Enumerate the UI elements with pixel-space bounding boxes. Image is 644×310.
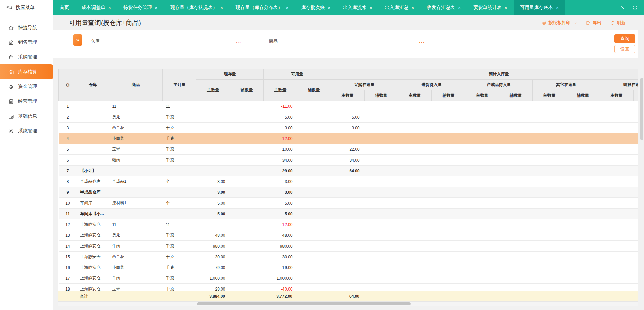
tab-2[interactable]: 成本调整单× bbox=[75, 0, 117, 15]
header-stock-main[interactable]: 主数量 bbox=[196, 80, 230, 101]
cell-other_aux bbox=[566, 262, 600, 273]
tab-9[interactable]: 收发存汇总表× bbox=[420, 0, 467, 15]
tab-8[interactable]: 出入库汇总× bbox=[379, 0, 421, 15]
tab-1[interactable]: 首页 bbox=[53, 0, 75, 15]
cell-seq: 5 bbox=[59, 144, 77, 155]
fullscreen-icon[interactable] bbox=[633, 5, 637, 10]
header-incoming-main[interactable]: 主数量 bbox=[398, 90, 432, 101]
table-row[interactable]: 2奥龙千克5.005.00 bbox=[59, 112, 638, 123]
table-row[interactable]: 17上海静安仓羊肉千克1,000.001,000.00 bbox=[59, 273, 638, 284]
sidebar-item-系统管理[interactable]: 系统管理 bbox=[0, 124, 53, 138]
table-row[interactable]: 15上海静安仓西兰花千克30.0030.00 bbox=[59, 252, 638, 262]
warehouse-picker-ellipsis[interactable]: ... bbox=[236, 39, 243, 44]
tab-11[interactable]: 可用量库存账本× bbox=[514, 0, 565, 15]
tab-close-icon[interactable]: × bbox=[108, 6, 111, 10]
settings-button[interactable]: 设置 bbox=[614, 45, 635, 53]
sidebar-item-经营管理[interactable]: 经营管理 bbox=[0, 94, 53, 109]
table-row[interactable]: 16上海静安仓小白菜千克79.0019.00 bbox=[59, 262, 638, 273]
vertical-scrollbar[interactable] bbox=[639, 69, 644, 306]
cell-po_main[interactable]: 22.00 bbox=[331, 144, 365, 155]
cell-avail_aux bbox=[297, 198, 331, 209]
sidebar-item-采购管理[interactable]: 采购管理 bbox=[0, 50, 53, 64]
table-row[interactable]: 3西兰花千克3.003.00 bbox=[59, 123, 638, 133]
product-picker-ellipsis[interactable]: ... bbox=[419, 39, 426, 44]
cell-seq: 6 bbox=[59, 155, 77, 166]
tab-6[interactable]: 库存批次账× bbox=[295, 0, 337, 15]
tab-label: 出入库汇总 bbox=[385, 5, 409, 11]
cell-po_main[interactable]: 5.00 bbox=[331, 112, 365, 123]
table-row[interactable]: 9半成品仓库...3.003.00 bbox=[59, 187, 638, 198]
tab-3[interactable]: 拣货任务管理× bbox=[117, 0, 164, 15]
tab-close-icon[interactable]: × bbox=[458, 6, 461, 10]
header-po-aux[interactable]: 辅数量 bbox=[365, 90, 398, 101]
cell-warehouse: 上海静安仓 bbox=[77, 241, 109, 252]
product-input[interactable]: ... bbox=[282, 37, 426, 46]
header-transfer-main[interactable]: 主数量 bbox=[600, 90, 634, 101]
cell-fin_main bbox=[465, 187, 499, 198]
header-avail-aux[interactable]: 辅数量 bbox=[297, 80, 331, 101]
table-row[interactable]: 4小白菜千克-12.00 bbox=[59, 133, 638, 144]
table-row[interactable]: 11111-11.00 bbox=[59, 101, 638, 112]
horizontal-scrollbar-thumb[interactable] bbox=[197, 302, 411, 305]
tab-close-icon[interactable]: × bbox=[286, 6, 289, 10]
warehouse-input[interactable]: ... bbox=[104, 37, 243, 46]
vertical-scrollbar-thumb[interactable] bbox=[640, 78, 643, 140]
query-button[interactable]: 查询 bbox=[614, 34, 635, 43]
header-warehouse[interactable]: 仓库 bbox=[77, 69, 109, 101]
sidebar-item-基础信息[interactable]: 基础信息 bbox=[0, 109, 53, 124]
tab-close-icon[interactable]: × bbox=[155, 6, 158, 10]
table-row[interactable]: 6猪肉千克34.0034.00 bbox=[59, 155, 638, 166]
tab-close-icon[interactable]: × bbox=[370, 6, 372, 10]
tab-close-icon[interactable]: × bbox=[220, 6, 223, 10]
refresh-button[interactable]: 刷新 bbox=[610, 20, 626, 26]
table-row[interactable]: 8半成品仓库半成品1个3.003.00 bbox=[59, 176, 638, 187]
table-row[interactable]: 14上海静安仓牛肉千克980.00980.00 bbox=[59, 241, 638, 252]
tab-close-icon[interactable]: × bbox=[328, 6, 330, 10]
table-row[interactable]: 7【小计】29.0064.00 bbox=[59, 166, 638, 176]
search-menu[interactable]: 搜索菜单 bbox=[0, 0, 53, 15]
sidebar-item-资金管理[interactable]: 资金管理 bbox=[0, 79, 53, 94]
header-incoming-aux[interactable]: 辅数量 bbox=[432, 90, 465, 101]
close-icon[interactable] bbox=[620, 5, 625, 10]
tab-close-icon[interactable]: × bbox=[556, 6, 559, 10]
cell-product: 小白菜 bbox=[109, 133, 163, 144]
column-settings-cell[interactable]: ⚙ bbox=[59, 69, 77, 101]
header-avail-main[interactable]: 主数量 bbox=[264, 80, 297, 101]
header-finished-main[interactable]: 主数量 bbox=[465, 90, 499, 101]
tab-7[interactable]: 出入库流水× bbox=[337, 0, 379, 15]
table-row[interactable]: 12上海静安仓1111-12.00 bbox=[59, 219, 638, 230]
expand-filters-button[interactable]: » bbox=[73, 34, 82, 46]
tab-close-icon[interactable]: × bbox=[412, 6, 414, 10]
tab-label: 首页 bbox=[60, 5, 69, 11]
tab-10[interactable]: 要货单统计表× bbox=[467, 0, 514, 15]
header-other-main[interactable]: 主数量 bbox=[533, 90, 566, 101]
horizontal-scrollbar[interactable] bbox=[58, 301, 638, 306]
table-row[interactable]: 11车间库【小...5.005.00 bbox=[59, 209, 638, 219]
cell-po_main[interactable]: 34.00 bbox=[331, 155, 365, 166]
header-other-aux[interactable]: 辅数量 bbox=[566, 90, 600, 101]
header-finished-aux[interactable]: 辅数量 bbox=[499, 90, 533, 101]
table-viewport[interactable]: ⚙ 仓库 商品 主计量 现存量 可用量 预计入库量 主数量 辅数量 主数量 bbox=[58, 69, 638, 291]
header-transfer-aux[interactable]: 辅数量 bbox=[634, 90, 638, 101]
tab-5[interactable]: 现存量（库存分布表）× bbox=[229, 0, 295, 15]
cell-product: 羊肉 bbox=[109, 273, 163, 284]
header-unit[interactable]: 主计量 bbox=[163, 69, 196, 101]
header-stock-aux[interactable]: 辅数量 bbox=[230, 80, 264, 101]
column-settings-gear-icon[interactable]: ⚙ bbox=[66, 82, 70, 88]
cell-po_main[interactable]: 3.00 bbox=[331, 123, 365, 133]
cell-other_main bbox=[533, 155, 566, 166]
header-po-main[interactable]: 主数量 bbox=[331, 90, 365, 101]
tab-4[interactable]: 现存量（库存状况表）× bbox=[164, 0, 229, 15]
sidebar-item-库存核算[interactable]: 库存核算 bbox=[0, 64, 53, 79]
header-product[interactable]: 商品 bbox=[109, 69, 163, 101]
table-row[interactable]: 5玉米千克10.0022.00 bbox=[59, 144, 638, 155]
sidebar-item-销售管理[interactable]: 销售管理 bbox=[0, 35, 53, 50]
cell-po_main bbox=[331, 198, 365, 209]
print-by-template-button[interactable]: 按模板打印 bbox=[542, 20, 577, 26]
sidebar-item-快捷导航[interactable]: 快捷导航 bbox=[0, 20, 53, 35]
table-row[interactable]: 18上海静安仓玉米千克28.00-40.00 bbox=[59, 284, 638, 291]
table-row[interactable]: 10车间库原材料1个5.005.00 bbox=[59, 198, 638, 209]
export-button[interactable]: 导出 bbox=[586, 20, 601, 26]
table-row[interactable]: 13上海静安仓奥龙千克48.0048.00 bbox=[59, 230, 638, 241]
tab-close-icon[interactable]: × bbox=[505, 6, 507, 10]
